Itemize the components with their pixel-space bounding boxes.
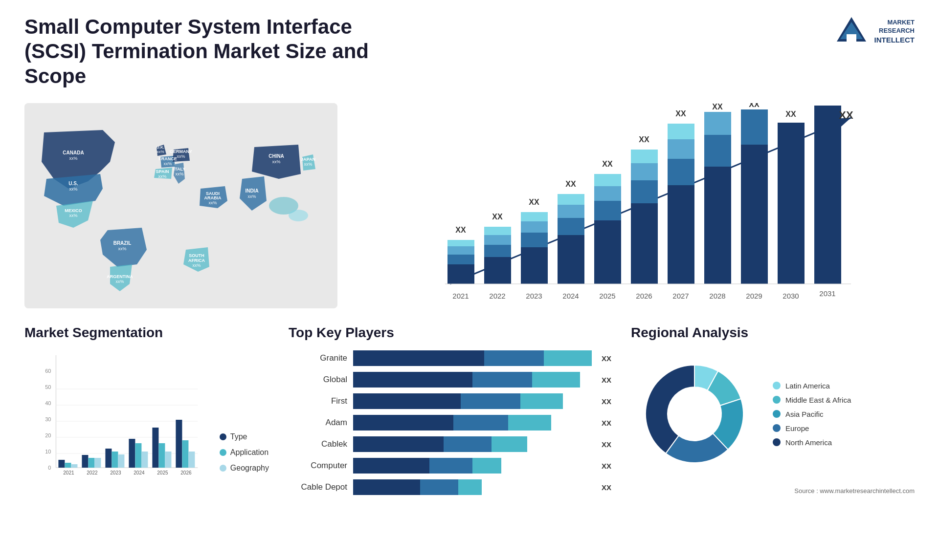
- legend-label: Asia Pacific: [785, 410, 824, 418]
- svg-text:BRAZIL: BRAZIL: [113, 240, 132, 246]
- regional-section: Regional Analysis Latin AmericaMiddle Ea…: [631, 325, 915, 501]
- svg-rect-113: [65, 463, 71, 468]
- segmentation-title: Market Segmentation: [24, 325, 269, 341]
- legend-label: Middle East & Africa: [785, 396, 851, 404]
- content-grid: CANADA xx% U.S. xx% MEXICO xx% BRAZIL xx…: [24, 103, 915, 501]
- svg-rect-64: [594, 220, 621, 284]
- bar-chart-section: XX 2021 XX 2022 XX 2023: [357, 103, 915, 310]
- svg-text:GERMANY: GERMANY: [170, 149, 192, 154]
- page: Small Computer System Interface (SCSI) T…: [0, 0, 939, 560]
- player-value: XX: [602, 440, 611, 449]
- svg-text:xx%: xx%: [156, 150, 164, 154]
- svg-text:2031: 2031: [819, 289, 835, 298]
- legend-item: Europe: [773, 424, 851, 432]
- svg-rect-79: [668, 124, 694, 139]
- player-name: Cablek: [289, 439, 347, 449]
- legend-geography: Geography: [230, 464, 269, 473]
- player-name: First: [289, 396, 347, 406]
- svg-rect-116: [82, 455, 88, 468]
- svg-text:0: 0: [48, 465, 51, 471]
- player-bar-segment-2: [420, 479, 458, 495]
- player-value: XX: [602, 462, 611, 470]
- svg-rect-58: [558, 235, 584, 284]
- svg-text:XX: XX: [565, 180, 576, 188]
- svg-text:2023: 2023: [526, 292, 542, 300]
- player-bar-segment-1: [353, 393, 461, 409]
- player-bar-container: [353, 393, 592, 409]
- svg-rect-42: [447, 246, 474, 255]
- page-title: Small Computer System Interface (SCSI) T…: [24, 15, 416, 88]
- player-row: ComputerXX: [289, 458, 611, 474]
- svg-text:2021: 2021: [63, 470, 74, 475]
- player-bar-segment-1: [353, 458, 429, 474]
- svg-rect-126: [141, 452, 148, 468]
- player-value: XX: [602, 419, 611, 427]
- svg-rect-76: [668, 185, 694, 284]
- svg-rect-134: [188, 452, 195, 468]
- svg-rect-120: [105, 449, 112, 468]
- svg-rect-54: [521, 221, 548, 233]
- source-line: Source : www.marketresearchintellect.com: [631, 487, 915, 495]
- legend-item: Latin America: [773, 382, 851, 390]
- svg-rect-72: [631, 163, 658, 180]
- regional-legend: Latin AmericaMiddle East & AfricaAsia Pa…: [773, 382, 851, 447]
- svg-rect-52: [521, 247, 548, 284]
- svg-rect-121: [112, 452, 118, 468]
- svg-rect-53: [521, 233, 548, 247]
- svg-rect-67: [594, 174, 621, 186]
- players-section: Top Key Players GraniteXXGlobalXXFirstXX…: [289, 325, 611, 501]
- svg-rect-118: [94, 458, 101, 468]
- player-bar-container: [353, 458, 592, 474]
- svg-rect-61: [558, 194, 584, 205]
- player-name: Granite: [289, 353, 347, 363]
- legend-color-dot: [773, 396, 781, 404]
- svg-text:XX: XX: [492, 213, 503, 221]
- svg-rect-130: [165, 452, 171, 468]
- svg-rect-78: [668, 139, 694, 159]
- svg-rect-41: [447, 255, 474, 264]
- svg-rect-55: [521, 212, 548, 221]
- svg-text:XX: XX: [529, 198, 539, 206]
- svg-text:SPAIN: SPAIN: [156, 169, 169, 174]
- legend-item: Middle East & Africa: [773, 396, 851, 404]
- world-map-svg: CANADA xx% U.S. xx% MEXICO xx% BRAZIL xx…: [24, 103, 337, 308]
- player-bar-segment-3: [458, 479, 482, 495]
- svg-text:xx%: xx%: [175, 172, 183, 176]
- player-bar-segment-3: [508, 415, 551, 431]
- svg-rect-47: [484, 245, 511, 257]
- player-bar-segment-2: [444, 436, 492, 452]
- logo-area: MARKET RESEARCH INTELLECT: [834, 15, 915, 49]
- svg-text:xx%: xx%: [69, 187, 77, 192]
- player-value: XX: [602, 483, 611, 492]
- svg-text:xx%: xx%: [272, 159, 280, 164]
- svg-rect-40: [447, 264, 474, 284]
- player-row: Cable DepotXX: [289, 479, 611, 495]
- player-bar-container: [353, 479, 592, 495]
- svg-rect-132: [176, 420, 182, 468]
- player-bar-segment-1: [353, 436, 444, 452]
- svg-text:U.K.: U.K.: [156, 145, 164, 150]
- svg-rect-91: [778, 123, 805, 284]
- bar-chart-svg: XX 2021 XX 2022 XX 2023: [367, 103, 915, 308]
- bottom-grid: Market Segmentation 0 10 20 30 40 50 60: [24, 325, 915, 501]
- svg-text:SOUTH: SOUTH: [189, 253, 204, 258]
- svg-text:2026: 2026: [180, 470, 192, 475]
- player-bar-segment-2: [429, 458, 472, 474]
- svg-text:2025: 2025: [599, 292, 615, 300]
- svg-rect-48: [484, 235, 511, 245]
- player-bar-segment-3: [520, 393, 563, 409]
- svg-text:60: 60: [45, 368, 51, 374]
- player-name: Adam: [289, 418, 347, 428]
- svg-text:2024: 2024: [134, 470, 145, 475]
- player-bar-container: [353, 372, 592, 388]
- player-value: XX: [602, 376, 611, 384]
- svg-rect-60: [558, 205, 584, 218]
- svg-text:XX: XX: [785, 110, 796, 118]
- player-bar-container: [353, 350, 592, 366]
- svg-rect-124: [129, 439, 135, 468]
- donut-chart: [631, 350, 758, 477]
- svg-text:2022: 2022: [87, 470, 98, 475]
- svg-text:30: 30: [45, 416, 51, 422]
- legend-label: Latin America: [785, 382, 830, 390]
- player-name: Cable Depot: [289, 482, 347, 492]
